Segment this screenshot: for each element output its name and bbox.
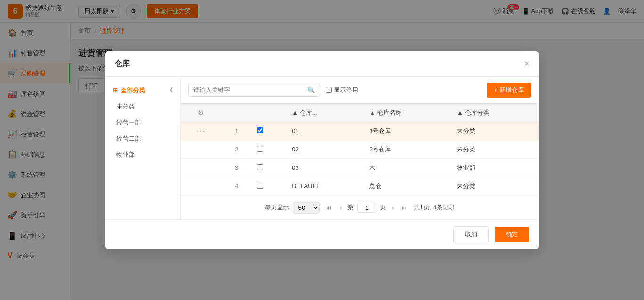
row-checkbox-cell[interactable] (251, 177, 286, 195)
row-checkbox[interactable] (257, 127, 263, 133)
add-warehouse-button[interactable]: + 新增仓库 (487, 83, 531, 98)
first-page-button[interactable]: ⏮ (323, 203, 334, 212)
gear-icon[interactable]: ⚙ (198, 109, 204, 117)
row-action-dots[interactable]: ··· (197, 127, 206, 135)
row-category: 未分类 (451, 122, 539, 140)
total-label: 共1页, 4条记录 (414, 203, 455, 212)
table-header-code: ▲ 仓库... (286, 104, 363, 122)
prev-page-button[interactable]: ‹ (338, 203, 344, 212)
category-all[interactable]: ⊞ 全部分类 《 (105, 83, 180, 99)
row-checkbox[interactable] (257, 183, 263, 189)
table-row[interactable]: 2 02 2号仓库 未分类 (181, 140, 539, 158)
row-number: 1 (222, 122, 251, 140)
row-checkbox-cell[interactable] (251, 140, 286, 158)
warehouse-table: ⚙ ▲ 仓库... ▲ 仓库名称 ▲ 仓库分类 ··· 1 01 1号仓库 未分… (181, 104, 539, 196)
last-page-button[interactable]: ⏭ (400, 203, 410, 212)
confirm-button[interactable]: 确定 (495, 227, 529, 242)
category-item-operations1[interactable]: 经营一部 (105, 115, 180, 131)
table-header-num (222, 104, 251, 122)
all-categories-label: 全部分类 (121, 86, 145, 95)
row-checkbox[interactable] (257, 146, 263, 152)
row-name: 1号仓库 (363, 122, 451, 140)
collapse-icon[interactable]: 《 (167, 86, 173, 94)
table-header-checkbox (251, 104, 286, 122)
table-header-name: ▲ 仓库名称 (363, 104, 451, 122)
row-code: DEFAULT (286, 177, 363, 195)
row-checkbox-cell[interactable] (251, 158, 286, 177)
row-category: 未分类 (451, 140, 539, 158)
page-label: 第 (347, 203, 354, 212)
row-number: 4 (222, 177, 251, 195)
row-settings-cell (181, 177, 222, 195)
row-number: 2 (222, 140, 251, 158)
row-category: 未分类 (451, 177, 539, 195)
row-settings-cell (181, 140, 222, 158)
warehouse-modal: 仓库 × ⊞ 全部分类 《 未分类 经营一部 经营二部 物业部 (105, 51, 539, 249)
row-code: 03 (286, 158, 363, 177)
table-row[interactable]: ··· 1 01 1号仓库 未分类 (181, 122, 539, 140)
row-number: 3 (222, 158, 251, 177)
row-checkbox[interactable] (257, 164, 263, 170)
show-disabled-label[interactable]: 显示停用 (326, 86, 358, 94)
row-name: 水 (363, 158, 451, 177)
row-code: 02 (286, 140, 363, 158)
modal-footer: 取消 确定 (105, 219, 539, 249)
table-row[interactable]: 4 DEFAULT 总仓 未分类 (181, 177, 539, 195)
table-row[interactable]: 3 03 水 物业部 (181, 158, 539, 177)
show-disabled-checkbox[interactable] (326, 87, 332, 93)
search-icon[interactable]: 🔍 (303, 83, 320, 96)
category-item-property[interactable]: 物业部 (105, 147, 180, 163)
table-header-settings: ⚙ (181, 104, 222, 122)
search-box: 🔍 (188, 83, 320, 97)
grid-icon: ⊞ (113, 87, 118, 94)
category-item-operations2[interactable]: 经营二部 (105, 131, 180, 147)
row-name: 2号仓库 (363, 140, 451, 158)
row-category: 物业部 (451, 158, 539, 177)
cancel-button[interactable]: 取消 (453, 226, 489, 242)
modal-body: ⊞ 全部分类 《 未分类 经营一部 经营二部 物业部 🔍 (105, 77, 539, 219)
row-name: 总仓 (363, 177, 451, 195)
page-input[interactable] (357, 203, 376, 213)
row-code: 01 (286, 122, 363, 140)
modal-title: 仓库 (115, 59, 130, 69)
warehouse-toolbar: 🔍 显示停用 + 新增仓库 (181, 77, 539, 104)
per-page-label: 每页显示 (264, 203, 289, 212)
modal-overlay: 仓库 × ⊞ 全部分类 《 未分类 经营一部 经营二部 物业部 (0, 0, 644, 300)
next-page-button[interactable]: › (390, 203, 396, 212)
page-suffix: 页 (380, 203, 386, 212)
per-page-select[interactable]: 50 100 200 (293, 202, 320, 214)
modal-header: 仓库 × (105, 51, 539, 77)
category-item-unclassified[interactable]: 未分类 (105, 99, 180, 115)
row-settings-cell (181, 158, 222, 177)
category-panel: ⊞ 全部分类 《 未分类 经营一部 经营二部 物业部 (105, 77, 181, 219)
pagination: 每页显示 50 100 200 ⏮ ‹ 第 页 › ⏭ 共1页, 4条记录 (181, 196, 539, 219)
modal-close-button[interactable]: × (524, 59, 529, 69)
search-input[interactable] (189, 83, 303, 96)
row-checkbox-cell[interactable] (251, 122, 286, 140)
warehouse-panel: 🔍 显示停用 + 新增仓库 ⚙ ▲ 仓库... ▲ 仓库名称 ▲ 仓库分类 (181, 77, 539, 219)
table-header-category: ▲ 仓库分类 (451, 104, 539, 122)
row-settings-cell: ··· (181, 122, 222, 140)
